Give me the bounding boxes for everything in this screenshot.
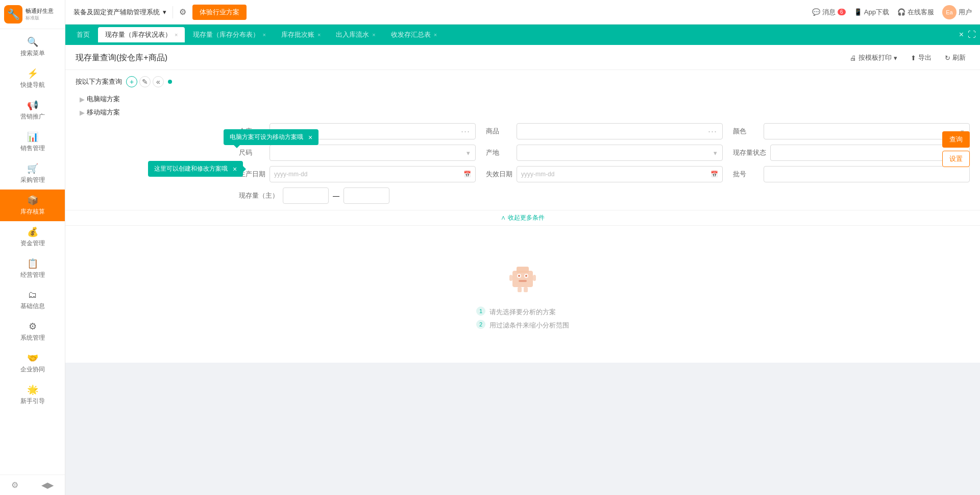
message-icon: 💬 xyxy=(812,8,820,16)
scheme-tree-item-mobile[interactable]: ▶ 移动端方案 xyxy=(80,106,970,119)
sidebar-item-guide[interactable]: 🌟 新手引导 xyxy=(0,379,65,411)
sidebar-item-quicknav[interactable]: ⚡ 快捷导航 xyxy=(0,63,65,95)
tab-batch[interactable]: 库存批次账 × xyxy=(274,27,328,42)
tooltip1-close[interactable]: × xyxy=(308,133,312,142)
collapse-icon: ∧ xyxy=(501,214,506,221)
support-label: 在线客服 xyxy=(908,8,934,17)
sidebar-item-label-finance: 资金管理 xyxy=(20,239,45,248)
scheme-name-mobile: 移动端方案 xyxy=(87,108,120,117)
tab-summary-close[interactable]: × xyxy=(434,32,437,38)
sidebar-item-label-purchase: 采购管理 xyxy=(20,176,45,184)
sidebar-settings-btn[interactable]: ⚙ xyxy=(11,480,18,490)
empty-illustration xyxy=(502,256,543,297)
sidebar-item-basic[interactable]: 🗂 基础信息 xyxy=(0,285,65,316)
support-btn[interactable]: 🎧 在线客服 xyxy=(897,8,934,17)
print-dropdown-icon: ▾ xyxy=(894,54,897,62)
refresh-btn[interactable]: ↻ 刷新 xyxy=(941,51,970,64)
sidebar-item-label-search: 搜索菜单 xyxy=(20,49,45,58)
tab-home[interactable]: 首页 xyxy=(69,27,97,42)
print-btn[interactable]: 🖨 按模板打印 ▾ xyxy=(846,51,901,64)
sidebar-item-label-enterprise: 企业协同 xyxy=(20,365,45,374)
page-actions: 🖨 按模板打印 ▾ ⬆ 导出 ↻ 刷新 xyxy=(846,51,970,64)
collapse-bar[interactable]: ∧ 收起更多条件 xyxy=(65,210,980,226)
tabs-right: × ⛶ xyxy=(959,30,976,39)
produce-date-input[interactable]: yyyy-mm-dd 📅 xyxy=(270,166,476,182)
stock-status-label: 现存量状态 xyxy=(733,148,766,157)
batch-input[interactable] xyxy=(764,166,970,182)
expire-date-input[interactable]: yyyy-mm-dd 📅 xyxy=(517,166,723,182)
sidebar-item-enterprise[interactable]: 🤝 企业协同 xyxy=(0,347,65,379)
sidebar-item-system[interactable]: ⚙ 系统管理 xyxy=(0,316,65,347)
tab-flow[interactable]: 出入库流水 × xyxy=(329,27,382,42)
management-icon: 📋 xyxy=(27,258,38,269)
svg-point-5 xyxy=(525,275,527,277)
page-header: 现存量查询(按仓库+商品) 🖨 按模板打印 ▾ ⬆ 导出 ↻ 刷新 xyxy=(65,45,980,70)
goods-select[interactable]: ··· xyxy=(517,123,723,139)
tree-arrow-mobile: ▶ xyxy=(80,109,85,116)
tab-batch-close[interactable]: × xyxy=(317,32,321,38)
scheme-tree-item-desktop[interactable]: ▶ 电脑端方案 xyxy=(80,92,970,106)
color-select[interactable]: ▾ xyxy=(764,123,970,139)
sidebar-item-marketing[interactable]: 📢 营销推广 xyxy=(0,95,65,126)
tabs-bar: 首页 现存量（库存状况表） × 现存量（库存分布表） × 库存批次账 × 出入库… xyxy=(65,25,980,45)
origin-label: 产地 xyxy=(486,148,512,157)
guide-icon: 🌟 xyxy=(27,384,38,395)
sidebar-collapse-btn[interactable]: ◀▶ xyxy=(41,480,54,490)
tip-text-1: 请先选择要分析的方案 xyxy=(489,305,556,319)
sidebar-item-purchase[interactable]: 🛒 采购管理 xyxy=(0,158,65,190)
edit-scheme-btn[interactable]: ✎ xyxy=(139,76,151,87)
filter-row-stock-status: 现存量状态 ▾ xyxy=(733,145,970,161)
industry-btn[interactable]: 体验行业方案 xyxy=(192,5,247,20)
svg-rect-6 xyxy=(519,280,527,282)
add-scheme-btn[interactable]: + xyxy=(126,76,137,87)
sidebar-item-search[interactable]: 🔍 搜索菜单 xyxy=(0,31,65,63)
sidebar-item-label-quicknav: 快捷导航 xyxy=(20,81,45,89)
support-icon: 🎧 xyxy=(897,8,905,16)
origin-select[interactable]: ▾ xyxy=(517,145,723,161)
tooltip2-close[interactable]: × xyxy=(233,165,237,173)
tabs-expand-btn[interactable]: ⛶ xyxy=(968,30,976,39)
tab-stock-dist[interactable]: 现存量（库存分布表） × xyxy=(186,27,273,42)
empty-state: 1 请先选择要分析的方案 2 用过滤条件来缩小分析范围 xyxy=(65,226,980,363)
user-menu[interactable]: Ea 用户 xyxy=(942,5,972,19)
stock-qty-from[interactable] xyxy=(283,187,329,204)
prev-scheme-btn[interactable]: « xyxy=(153,76,164,87)
sidebar-item-sales[interactable]: 📊 销售管理 xyxy=(0,126,65,158)
header-settings-btn[interactable]: ⚙ xyxy=(179,7,186,17)
tab-flow-close[interactable]: × xyxy=(372,32,375,38)
svg-rect-0 xyxy=(512,271,533,287)
app-download-btn[interactable]: 📱 App下载 xyxy=(854,8,889,17)
sidebar-item-label-basic: 基础信息 xyxy=(20,302,45,311)
sidebar-item-finance[interactable]: 💰 资金管理 xyxy=(0,221,65,253)
search-btn[interactable]: 查询 xyxy=(942,131,970,148)
tab-summary[interactable]: 收发存汇总表 × xyxy=(384,27,444,42)
sidebar-item-inventory[interactable]: 📦 库存核算 xyxy=(0,190,65,221)
empty-tips: 1 请先选择要分析的方案 2 用过滤条件来缩小分析范围 xyxy=(476,305,569,332)
expire-date-placeholder: yyyy-mm-dd xyxy=(521,171,554,178)
phone-icon: 📱 xyxy=(854,8,862,16)
stock-qty-to[interactable] xyxy=(344,187,389,204)
sidebar-item-label-guide: 新手引导 xyxy=(20,397,45,406)
filter-row-goods: 商品 ··· xyxy=(486,123,723,139)
app-name: 畅通好生意 xyxy=(26,7,54,14)
marketing-icon: 📢 xyxy=(27,100,38,111)
scheme-dot xyxy=(168,80,172,84)
logo-icon: 🔧 xyxy=(4,5,22,23)
tab-stock-status-close[interactable]: × xyxy=(175,32,178,38)
tab-home-label: 首页 xyxy=(77,30,90,39)
svg-rect-10 xyxy=(524,287,528,292)
export-btn[interactable]: ⬆ 导出 xyxy=(906,51,936,64)
size-select[interactable]: ▾ xyxy=(270,145,476,161)
tree-arrow-desktop: ▶ xyxy=(80,96,85,103)
stock-status-select[interactable]: ▾ xyxy=(770,145,970,161)
sidebar-item-management[interactable]: 📋 经营管理 xyxy=(0,253,65,285)
tabs-close-btn[interactable]: × xyxy=(959,30,964,39)
scheme-tree: ▶ 电脑端方案 ▶ 移动端方案 xyxy=(80,92,970,119)
system-selector[interactable]: 装备及固定资产辅助管理系统 ▾ xyxy=(74,8,166,17)
message-btn[interactable]: 💬 消息 6 xyxy=(812,8,846,17)
tab-stock-status[interactable]: 现存量（库存状况表） × xyxy=(98,27,185,42)
tab-batch-label: 库存批次账 xyxy=(281,30,314,39)
tab-stock-dist-close[interactable]: × xyxy=(262,32,265,38)
page-title: 现存量查询(按仓库+商品) xyxy=(76,53,167,63)
reset-btn[interactable]: 设置 xyxy=(942,151,970,167)
